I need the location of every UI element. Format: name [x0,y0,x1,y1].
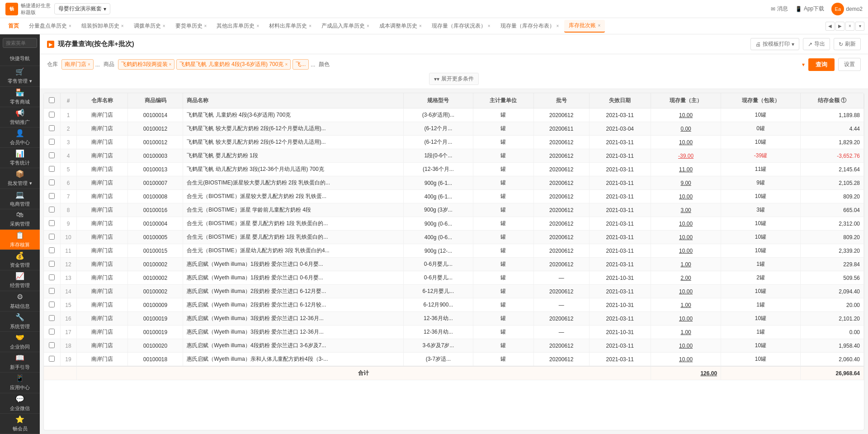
row-qty-main[interactable]: 2.00 [651,271,721,285]
row-qty-main[interactable]: 10.00 [651,244,721,258]
row-checkbox[interactable] [49,274,55,280]
setting-button[interactable]: 设置 [838,58,861,71]
row-checkbox[interactable] [49,261,55,267]
close-icon[interactable]: × [163,24,165,28]
tab-yao-huo[interactable]: 要货单历史 × [171,20,212,33]
tab-cheng-ben[interactable]: 成本调整单历史 × [375,20,426,33]
close-icon[interactable]: × [419,24,422,28]
product-tag-2[interactable]: 飞鹤星飞帆 儿童奶粉 4段(3-6岁适用) 700克 × [176,59,291,70]
warehouse-tag-nanan[interactable]: 南岸门店 × [61,59,94,70]
close-icon[interactable]: × [69,24,71,28]
row-qty-main[interactable]: 10.00 [651,353,721,367]
row-qty-main[interactable]: 1.00 [651,258,721,271]
row-checkbox[interactable] [49,207,55,212]
tab-ku-pi[interactable]: 库存批次账 × [564,20,605,33]
sidebar-item-member[interactable]: 👤 会员中心 [0,127,40,148]
tab-qi-ta[interactable]: 其他出库单历史 × [212,20,264,33]
close-icon[interactable]: × [557,24,559,28]
row-qty-main[interactable]: 11.00 [651,163,721,176]
row-qty-main[interactable]: 0.00 [651,122,721,136]
row-checkbox[interactable] [49,125,55,131]
tab-chan-pin[interactable]: 产成品入库单历史 × [317,20,374,33]
tab-zu-chai[interactable]: 组装拆卸单历史 × [77,20,128,33]
row-qty-main[interactable]: 10.00 [651,136,721,149]
sidebar-item-system[interactable]: 🔧 系统管理 [0,311,40,332]
sidebar-item-corp[interactable]: 🤝 企业协同 [0,332,40,352]
row-checkbox[interactable] [49,139,55,145]
export-btn[interactable]: ↗ 导出 [803,38,830,50]
close-icon[interactable]: × [204,24,207,28]
tab-fen-pan[interactable]: 分量盘点单历史 × [24,20,76,33]
sidebar-item-zero-stat[interactable]: 📊 零售统计 [0,148,40,168]
user-info[interactable]: Ea demo2 [831,3,863,15]
close-icon[interactable]: × [121,24,124,28]
sidebar-item-zero-retail[interactable]: 🛒 零售管理 ▾ [0,66,40,86]
row-qty-main[interactable]: 1.00 [651,326,721,339]
row-qty-main[interactable]: 10.00 [651,217,721,231]
row-qty-main[interactable]: 10.00 [651,312,721,326]
refresh-btn[interactable]: ↻ 刷新 [834,38,861,50]
close-icon[interactable]: × [488,24,491,28]
row-qty-main[interactable]: 10.00 [651,190,721,203]
row-checkbox[interactable] [49,152,55,158]
row-checkbox[interactable] [49,302,55,307]
product-tag-more[interactable]: 飞... [292,59,309,70]
close-icon[interactable]: × [367,24,369,28]
message-btn[interactable]: ✉ 消息 [771,5,788,13]
sidebar-item-ecommerce[interactable]: 💻 电商管理 [0,189,40,209]
sidebar-item-marketing[interactable]: 📢 营销推广 [0,107,40,127]
row-checkbox[interactable] [49,220,55,226]
sidebar-item-batch[interactable]: 📦 批发管理 ▾ [0,168,40,189]
close-icon[interactable]: × [309,24,311,28]
query-button[interactable]: 查询 [808,58,835,71]
sidebar-item-vip[interactable]: ⭐ 畅会员 [0,414,40,434]
tab-cai-liao[interactable]: 材料出库单历史 × [264,20,316,33]
row-checkbox[interactable] [49,329,55,335]
row-qty-main[interactable]: 9.00 [651,176,721,190]
row-checkbox[interactable] [49,234,55,240]
row-checkbox[interactable] [49,315,55,321]
tag-close-icon[interactable]: × [285,62,288,67]
sidebar-item-app-center[interactable]: 📱 应用中心 [0,373,40,393]
org-selector[interactable]: 母婴行业演示账套 ▾ [54,3,110,14]
row-qty-main[interactable]: 10.00 [651,231,721,244]
row-qty-main[interactable]: 10.00 [651,285,721,298]
tab-xian-cun-kz[interactable]: 现存量（库存状况表）× [427,20,495,33]
sidebar-item-inventory[interactable]: 📋 库存核算 [0,230,40,250]
tag-close-icon[interactable]: × [169,62,172,67]
close-icon[interactable]: × [598,23,600,28]
tab-home[interactable]: 首页 [4,20,24,33]
row-qty-main[interactable]: 10.00 [651,108,721,122]
row-checkbox[interactable] [49,112,55,118]
search-input[interactable] [3,38,37,48]
sidebar-item-purchase[interactable]: 🛍 采购管理 [0,209,40,230]
expand-more-conditions-btn[interactable]: ▾▾ 展开更多条件 [429,73,479,85]
row-checkbox[interactable] [49,193,55,199]
nav-close-all-btn[interactable]: × [845,22,854,31]
tab-diao-bo[interactable]: 调拨单历史 × [129,20,170,33]
sidebar-item-business[interactable]: 📈 经营管理 [0,270,40,291]
sidebar-quick-nav[interactable]: 快捷导航 [0,52,40,66]
row-qty-main[interactable]: 3.00 [651,203,721,217]
select-all-checkbox[interactable] [49,97,55,103]
sidebar-item-finance[interactable]: 💰 资金管理 [0,250,40,270]
row-checkbox[interactable] [49,356,55,362]
footer-qty-total[interactable]: 126.00 [651,366,721,380]
row-checkbox[interactable] [49,247,55,253]
print-btn[interactable]: 🖨 按模板打印 ▾ [750,38,799,50]
sidebar-item-basic[interactable]: ⚙ 基础信息 [0,291,40,311]
close-icon[interactable]: × [256,24,259,28]
row-checkbox[interactable] [49,166,55,172]
sidebar-item-guide[interactable]: 📖 新手引导 [0,352,40,373]
tag-close-icon[interactable]: × [88,62,90,67]
row-checkbox[interactable] [49,342,55,348]
nav-left-btn[interactable]: ◀ [826,22,835,31]
nav-menu-btn[interactable]: ▾ [855,22,864,31]
nav-right-btn[interactable]: ▶ [835,22,844,31]
row-qty-main[interactable]: -39.00 [651,149,721,163]
sidebar-item-zero-shop[interactable]: 🏪 零售商城 [0,87,40,107]
tab-xian-cun-fb[interactable]: 现存量（库存分布表）× [496,20,564,33]
product-tag-1[interactable]: 飞鹤奶粉3段两提装 × [118,59,175,70]
row-qty-main[interactable]: 10.00 [651,339,721,353]
row-checkbox[interactable] [49,288,55,294]
